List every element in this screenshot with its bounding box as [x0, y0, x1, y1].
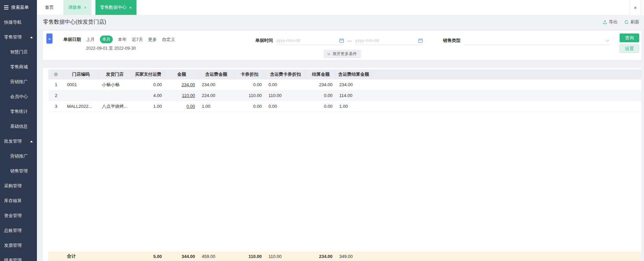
query-button[interactable]: 查询: [620, 33, 639, 42]
column-header-code[interactable]: 门店编码: [64, 69, 99, 79]
cell-amount_freight: 1.00: [198, 104, 234, 109]
sidebar-item-label: 快捷导航: [4, 19, 22, 25]
sidebar-item-12[interactable]: 库存核算: [0, 193, 37, 208]
refresh-icon: [624, 20, 629, 24]
sidebar-item-11[interactable]: 采购管理: [0, 179, 37, 193]
sidebar-item-label: 零售管理: [4, 34, 22, 40]
sidebar-item-label: 零售商城: [10, 64, 28, 70]
table-row: 10001小畅小畅0.00234.00234.000.000.00234.002…: [48, 79, 641, 90]
sidebar-search-menu[interactable]: 搜索菜单: [0, 0, 37, 15]
sidebar-item-3[interactable]: 零售商城: [0, 60, 37, 74]
sidebar-item-1[interactable]: 零售管理: [0, 30, 37, 45]
end-date-field: [355, 36, 423, 45]
sidebar-item-label: 报表管理: [4, 257, 22, 261]
cell-amount: 234.00: [165, 82, 198, 87]
chevron-down-icon: [605, 38, 609, 42]
sidebar-item-14[interactable]: 总账管理: [0, 223, 37, 238]
tab-close-icon[interactable]: ×: [129, 5, 132, 10]
date-option-4[interactable]: 更多: [148, 37, 157, 43]
start-date-input[interactable]: [276, 38, 334, 43]
date-option-1[interactable]: 本月: [100, 35, 113, 43]
cell-coupon: 0.00: [234, 104, 265, 109]
date-option-5[interactable]: 自定义: [162, 37, 175, 43]
sidebar-item-label: 会员中心: [10, 94, 28, 100]
tab-close-all-button[interactable]: ×: [630, 0, 641, 15]
sidebar-item-15[interactable]: 发票管理: [0, 238, 37, 253]
tab-close-icon[interactable]: ×: [84, 5, 87, 10]
sidebar-item-16[interactable]: 报表管理: [0, 253, 37, 261]
amount-link[interactable]: 234.00: [181, 82, 195, 87]
date-separator: —: [347, 38, 352, 43]
column-header-amount[interactable]: 金额: [165, 69, 198, 79]
column-header-amount_freight[interactable]: 含运费金额: [198, 69, 234, 79]
column-header-coupon_freight[interactable]: 含运费卡券折扣: [265, 69, 306, 79]
cell-coupon_freight: 0.00: [265, 104, 306, 109]
expand-more-label: 展开更多条件: [332, 51, 357, 57]
end-date-input[interactable]: [355, 38, 413, 43]
cell-amount_freight: 234.00: [198, 82, 234, 87]
cell-settle: 0.00: [306, 93, 336, 98]
sidebar-item-10[interactable]: 销售管理: [0, 164, 37, 179]
cell-amount: 0.00: [165, 104, 198, 109]
export-button[interactable]: 导出: [603, 19, 618, 25]
cell-settle: 0.00: [306, 104, 336, 109]
tab-item-0[interactable]: 首页: [40, 0, 59, 15]
column-header-store[interactable]: 发货门店: [99, 69, 131, 79]
table-footer: 合计5.00344.00459.00110.00110.00234.00349.…: [48, 252, 641, 261]
date-option-0[interactable]: 上月: [86, 37, 95, 43]
cell-settle_freight: 1.00: [336, 104, 372, 109]
sidebar-item-label: 零售统计: [10, 109, 28, 115]
cell-settle: 234.00: [306, 82, 336, 87]
cell-freight: 0.00: [131, 82, 165, 87]
column-header-settle[interactable]: 结算金额: [306, 69, 336, 79]
column-header-settle_freight[interactable]: 含运费结算金额: [336, 69, 372, 79]
sidebar-item-8[interactable]: 批发管理: [0, 134, 37, 149]
cell-amount_freight: 224.00: [198, 93, 234, 98]
main-area: 首页调拨单×零售数据中心× × 零售数据中心(按发货门店) 导出 刷新 »: [37, 0, 644, 261]
cell-code: MALL2022...: [64, 104, 99, 109]
column-header-coupon[interactable]: 卡券折扣: [234, 69, 265, 79]
tab-list: 首页调拨单×零售数据中心×: [37, 0, 136, 15]
tab-label: 首页: [45, 4, 54, 10]
calendar-icon[interactable]: [418, 38, 423, 43]
date-option-3[interactable]: 近7天: [132, 37, 143, 43]
collapse-filter-button[interactable]: »: [46, 33, 52, 44]
sidebar-item-label: 销售管理: [10, 168, 28, 174]
cell-code: 0001: [64, 82, 99, 87]
tab-item-2[interactable]: 零售数据中心×: [95, 0, 137, 15]
sidebar-item-0[interactable]: 快捷导航: [0, 15, 37, 30]
sale-type-select[interactable]: [465, 36, 610, 45]
amount-link[interactable]: 110.00: [182, 93, 195, 98]
table-row: 3MALL2022...八点半烧烤...1.000.001.000.000.00…: [48, 101, 641, 112]
sidebar-item-6[interactable]: 零售统计: [0, 104, 37, 119]
sidebar-item-13[interactable]: 资金管理: [0, 208, 37, 223]
cell-store: 八点半烧烤...: [99, 103, 131, 110]
tab-item-1[interactable]: 调拨单×: [63, 0, 91, 15]
settings-button[interactable]: 设置: [620, 44, 639, 53]
amount-link[interactable]: 0.00: [187, 104, 195, 109]
sidebar-item-9[interactable]: 营销推广: [0, 149, 37, 164]
date-option-2[interactable]: 本年: [118, 37, 127, 43]
refresh-label: 刷新: [630, 19, 639, 25]
footer-freight: 5.00: [131, 254, 165, 259]
column-header-freight[interactable]: 买家支付运费: [131, 69, 165, 79]
gear-icon[interactable]: ⚙: [48, 69, 64, 79]
sidebar-item-label: 总账管理: [4, 228, 22, 234]
footer-amount_freight: 459.00: [198, 254, 234, 259]
sidebar-item-label: 库存核算: [4, 198, 22, 204]
tab-bar: 首页调拨单×零售数据中心× ×: [37, 0, 644, 15]
start-date-field: [276, 36, 344, 45]
footer-settle_freight: 349.00: [336, 254, 372, 259]
row-number: 1: [48, 82, 64, 87]
sidebar-menu: 快捷导航零售管理智慧门店零售商城营销推广会员中心零售统计基础信息批发管理营销推广…: [0, 15, 37, 261]
sidebar-item-5[interactable]: 会员中心: [0, 89, 37, 104]
refresh-button[interactable]: 刷新: [624, 19, 639, 25]
footer-settle: 234.00: [306, 254, 336, 259]
sidebar-item-2[interactable]: 智慧门店: [0, 45, 37, 60]
sidebar-item-7[interactable]: 基础信息: [0, 119, 37, 134]
sidebar-item-4[interactable]: 营销推广: [0, 74, 37, 89]
menu-icon: [4, 5, 8, 9]
footer-coupon: 110.00: [234, 254, 265, 259]
expand-more-button[interactable]: 展开更多条件: [323, 50, 361, 58]
calendar-icon[interactable]: [339, 38, 344, 43]
